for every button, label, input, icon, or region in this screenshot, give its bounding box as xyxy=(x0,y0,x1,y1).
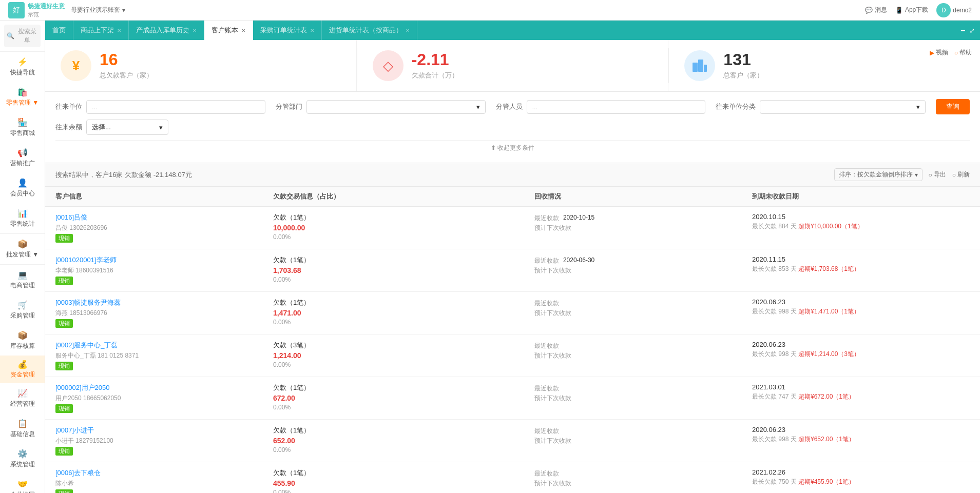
recovery-row-2: 最近收款 xyxy=(534,299,752,308)
overdue-link-6[interactable]: 超期¥455.90（1笔） xyxy=(798,478,855,485)
sidebar-item-system[interactable]: ⚙️ 系统管理 xyxy=(0,444,45,474)
close-tab-purchase-order-stats[interactable]: ✕ xyxy=(310,28,314,33)
sidebar-item-ecom[interactable]: 💻 电商管理 xyxy=(0,265,45,295)
stat-icon-owed: ¥ xyxy=(61,50,91,81)
tab-purchase-order-stats[interactable]: 采购订单统计表 ✕ xyxy=(253,21,322,40)
customer-name-2[interactable]: [0003]畅捷服务尹海蕊 xyxy=(55,298,273,307)
search-menu-button[interactable]: 🔍 搜索菜单 xyxy=(4,25,41,47)
sidebar-item-retail-stats[interactable]: 📊 零售统计 xyxy=(0,203,45,233)
dept-select[interactable]: ▾ xyxy=(306,100,486,114)
sidebar-item-quick-nav[interactable]: ⚡ 快捷导航 xyxy=(0,52,45,82)
top-bar-right: 💬 消息 📱 App下载 D demo2 xyxy=(865,3,972,17)
debt-label-4: 欠款（1笔） xyxy=(273,383,534,392)
customer-name-0[interactable]: [0016]吕俊 xyxy=(55,213,273,222)
category-select[interactable]: ▾ xyxy=(760,100,926,114)
overdue-link-4[interactable]: 超期¥672.00（1笔） xyxy=(798,393,855,400)
overdue-link-5[interactable]: 超期¥652.00（1笔） xyxy=(798,436,855,443)
overdue-link-1[interactable]: 超期¥1,703.68（1笔） xyxy=(798,265,860,272)
recovery-sub-2: 预计下次收款 xyxy=(534,309,752,318)
search-icon: 🔍 xyxy=(7,32,14,40)
page-content: ¥ 16 总欠款客户（家） ◇ -2.11 欠款合计（ xyxy=(45,40,980,493)
results-summary: 搜索结果中，客户16家 欠款金额 -21,148.07元 xyxy=(55,170,192,180)
stat-number-total: -2.11 xyxy=(412,51,653,68)
filter-area: 往来单位 ... 分管部门 ▾ 分管人员 xyxy=(45,92,980,163)
balance-select[interactable]: 选择... ▾ xyxy=(86,120,168,135)
col-header-duedate: 到期未收款日期 xyxy=(752,192,970,201)
customer-name-3[interactable]: [0002]服务中心_丁磊 xyxy=(55,341,273,350)
stat-number-customers: 131 xyxy=(723,51,965,68)
recovery-row-1: 最近收款 2020-06-30 xyxy=(534,257,752,265)
sidebar-item-purchase[interactable]: 🛒 采购管理 xyxy=(0,295,45,325)
sidebar-item-corp[interactable]: 🤝 企业协同 xyxy=(0,474,45,493)
tab-product-listing[interactable]: 商品上下架 ✕ xyxy=(73,21,129,40)
tab-minimize-icon[interactable]: ━ xyxy=(961,27,965,34)
sidebar-item-batch-mgmt[interactable]: 📦 批发管理 ▼ xyxy=(0,234,45,264)
tab-purchase-stats-product[interactable]: 进货单统计表（按商品） ✕ xyxy=(322,21,417,40)
duedate-main-5: 2020.06.23 xyxy=(752,426,970,433)
sidebar-item-member[interactable]: 👤 会员中心 xyxy=(0,173,45,203)
chevron-down-icon: ▾ xyxy=(915,171,918,179)
sidebar-item-finance[interactable]: 💰 资金管理 xyxy=(0,356,45,383)
video-link[interactable]: ▶ 视频 xyxy=(930,48,948,57)
filter-item-category: 往来单位分类 ▾ xyxy=(716,100,926,114)
close-tab-production-history[interactable]: ✕ xyxy=(193,28,197,33)
customer-name-5[interactable]: [0007]小进干 xyxy=(55,426,273,435)
customer-info-1: [0001020001]李老师 李老师 18600391516 现销 xyxy=(55,255,273,285)
chevron-down-icon: ▾ xyxy=(476,103,480,111)
sidebar-item-operation[interactable]: 📈 经营管理 xyxy=(0,383,45,413)
sort-select[interactable]: 排序：按欠款金额倒序排序 ▾ xyxy=(834,168,923,181)
top-bar: 好 畅捷通好生意 示范 母婴行业演示账套 ▾ 💬 消息 📱 App下载 D de… xyxy=(0,0,980,21)
overdue-link-0[interactable]: 超期¥10,000.00（1笔） xyxy=(798,223,863,230)
close-tab-purchase-stats-product[interactable]: ✕ xyxy=(406,28,410,33)
debt-amount-2: 1,471.00 xyxy=(273,309,534,317)
help-link[interactable]: ○ 帮助 xyxy=(954,48,972,57)
debt-amount-0: 10,000.00 xyxy=(273,224,534,232)
recovery-info-6: 最近收款 预计下次收款 xyxy=(534,468,752,488)
duedate-main-3: 2020.06.23 xyxy=(752,341,970,348)
close-tab-product-listing[interactable]: ✕ xyxy=(117,28,121,33)
debt-amount-1: 1,703.68 xyxy=(273,266,534,274)
customer-name-4[interactable]: [000002]用户2050 xyxy=(55,383,273,392)
customer-name-6[interactable]: [0006]去下粮仓 xyxy=(55,468,273,478)
app-download-btn[interactable]: 📱 App下载 xyxy=(895,6,928,14)
overdue-link-2[interactable]: 超期¥1,471.00（1笔） xyxy=(798,308,860,315)
results-actions: 排序：按欠款金额倒序排序 ▾ ○ 导出 ○ 刷新 xyxy=(834,168,970,181)
user-menu[interactable]: D demo2 xyxy=(936,3,972,17)
customer-tag-6: 现销 xyxy=(55,489,73,493)
refresh-icon: ○ xyxy=(952,171,956,179)
tab-expand-icon[interactable]: ⤢ xyxy=(969,27,975,34)
customer-info-4: [000002]用户2050 用户2050 18665062050 现销 xyxy=(55,383,273,413)
tab-home[interactable]: 首页 xyxy=(45,21,73,40)
tab-customer-ledger[interactable]: 客户账本 ✕ xyxy=(204,21,253,40)
duedate-overdue-4: 最长欠款 747 天 超期¥672.00（1笔） xyxy=(752,392,970,401)
debt-pct-2: 0.00% xyxy=(273,319,534,326)
person-input[interactable]: ... xyxy=(527,100,706,114)
search-button[interactable]: 查询 xyxy=(936,99,970,114)
customer-phone-4: 用户2050 18665062050 xyxy=(55,394,273,403)
close-tab-customer-ledger[interactable]: ✕ xyxy=(241,28,245,33)
nav-icon: ⚡ xyxy=(17,57,28,67)
collapse-filters-btn[interactable]: ⬆ 收起更多条件 xyxy=(55,140,970,155)
sidebar-item-mall[interactable]: 🏪 零售商城 xyxy=(0,112,45,143)
duedate-main-1: 2020.11.15 xyxy=(752,255,970,263)
customer-name-1[interactable]: [0001020001]李老师 xyxy=(55,255,273,265)
tab-production-history[interactable]: 产成品入库单历史 ✕ xyxy=(129,21,204,40)
org-selector[interactable]: 母婴行业演示账套 ▾ xyxy=(71,6,125,14)
svg-rect-2 xyxy=(704,65,707,72)
sidebar-item-basic[interactable]: 📋 基础信息 xyxy=(0,413,45,444)
overdue-link-3[interactable]: 超期¥1,214.00（3笔） xyxy=(798,350,860,358)
debt-pct-5: 0.00% xyxy=(273,446,534,453)
sidebar-item-inventory[interactable]: 📦 库存核算 xyxy=(0,325,45,356)
refresh-btn[interactable]: ○ 刷新 xyxy=(952,170,970,179)
export-btn[interactable]: ○ 导出 xyxy=(929,170,946,179)
sidebar-section-retail: 🛍️ 零售管理 ▼ 🏪 零售商城 📢 营销推广 👤 会员中心 📊 零售统计 xyxy=(0,82,45,234)
recovery-info-3: 最近收款 预计下次收款 xyxy=(534,341,752,360)
unit-input[interactable]: ... xyxy=(86,100,265,114)
sidebar-item-retail-mgmt[interactable]: 🛍️ 零售管理 ▼ xyxy=(0,82,45,112)
help-icon: ○ xyxy=(954,49,958,56)
debt-info-4: 欠款（1笔） 672.00 0.00% xyxy=(273,383,534,411)
messages-btn[interactable]: 💬 消息 xyxy=(865,6,887,14)
sidebar-item-marketing[interactable]: 📢 营销推广 xyxy=(0,143,45,173)
debt-amount-4: 672.00 xyxy=(273,394,534,402)
debt-amount-5: 652.00 xyxy=(273,437,534,445)
